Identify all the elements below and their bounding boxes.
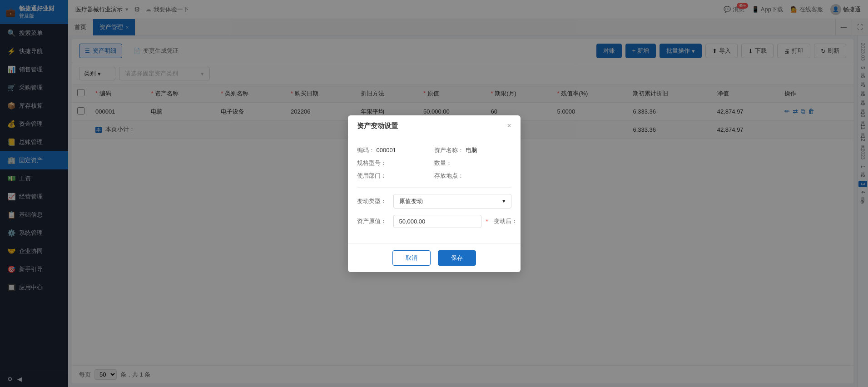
modal-divider xyxy=(357,187,511,188)
modal-assetname-item: 资产名称： 电脑 xyxy=(434,146,511,154)
modal-header: 资产变动设置 × xyxy=(348,115,521,137)
change-type-row: 变动类型： 原值变动 ▾ xyxy=(357,194,511,208)
modal-overlay: 资产变动设置 × 编码： 000001 资产名称： 电脑 规格型号： 数量： xyxy=(0,0,868,387)
modal-code-item: 编码： 000001 xyxy=(357,146,434,154)
modal-info-grid: 编码： 000001 资产名称： 电脑 规格型号： 数量： 使用部门： xyxy=(357,146,511,180)
change-type-label: 变动类型： xyxy=(357,197,389,205)
modal-title: 资产变动设置 xyxy=(357,122,398,130)
asset-value-label: 资产原值： xyxy=(357,217,389,225)
asset-value-row: 资产原值： * 变动后： xyxy=(357,215,511,228)
modal-location-label: 存放地点： xyxy=(434,172,464,180)
modal-assetname-value: 电脑 xyxy=(466,146,477,154)
modal-location-item: 存放地点： xyxy=(434,172,511,180)
modal-code-value: 000001 xyxy=(377,147,396,154)
modal-dept-label: 使用部门： xyxy=(357,172,387,180)
change-type-select[interactable]: 原值变动 ▾ xyxy=(393,194,511,208)
change-type-value: 原值变动 xyxy=(399,197,423,205)
modal-quantity-label: 数量： xyxy=(434,159,452,167)
change-type-arrow-icon: ▾ xyxy=(502,198,506,204)
modal-spec-label: 规格型号： xyxy=(357,159,387,167)
modal-body: 编码： 000001 资产名称： 电脑 规格型号： 数量： 使用部门： xyxy=(348,137,521,243)
modal-spec-item: 规格型号： xyxy=(357,159,434,167)
modal-footer: 取消 保存 xyxy=(348,243,521,272)
save-btn[interactable]: 保存 xyxy=(438,250,476,266)
asset-change-modal: 资产变动设置 × 编码： 000001 资产名称： 电脑 规格型号： 数量： xyxy=(348,115,521,272)
modal-quantity-item: 数量： xyxy=(434,159,511,167)
asset-value-input[interactable] xyxy=(393,215,481,228)
required-star: * xyxy=(486,218,488,225)
after-change-label: 变动后： xyxy=(494,217,521,225)
modal-close-btn[interactable]: × xyxy=(507,122,511,130)
cancel-btn[interactable]: 取消 xyxy=(392,250,431,266)
modal-dept-item: 使用部门： xyxy=(357,172,434,180)
modal-assetname-label: 资产名称： xyxy=(434,146,464,154)
modal-code-label: 编码： xyxy=(357,146,375,154)
